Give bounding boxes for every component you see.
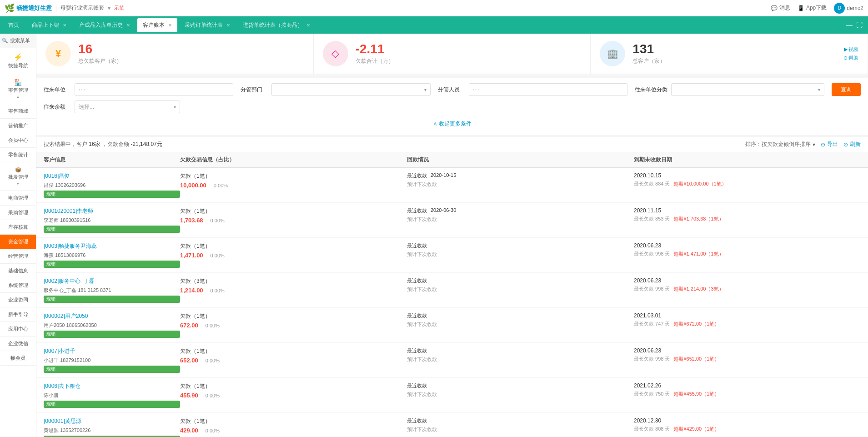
tab-product-history[interactable]: 产成品入库单历史 ✕ — [74, 18, 135, 32]
customer-name-7[interactable]: [000001]黄思源 — [44, 417, 180, 425]
user-menu[interactable]: D demo2 — [834, 3, 863, 14]
filter-person: 分管人员 ··· — [438, 83, 627, 96]
dept-arrow: ▾ — [424, 87, 426, 92]
col-due-date: 到期未收款日期 — [634, 156, 861, 164]
customer-info-3: [0002]服务中心_丁磊 服务中心_丁磊 181 0125 8371 现销 — [44, 277, 180, 303]
balance-select[interactable]: 选择... ▾ — [75, 100, 180, 113]
tab-purchase-stats-close[interactable]: ✕ — [306, 23, 310, 28]
sort-arrow-icon: ▾ — [813, 141, 815, 148]
sidebar-item-new-guide[interactable]: 新手引导 — [0, 307, 36, 322]
logo-icon: 🌿 — [5, 3, 15, 13]
customer-name-5[interactable]: [0007]小进千 — [44, 347, 180, 355]
logo-text: 畅捷通好生意 — [16, 4, 52, 12]
customer-name-0[interactable]: [0016]昌俊 — [44, 172, 180, 180]
sidebar-item-system[interactable]: 系统管理 — [0, 278, 36, 293]
sidebar-item-basic-info[interactable]: 基础信息 — [0, 264, 36, 278]
retail-mgmt-arrow: ▲ — [16, 95, 20, 99]
tab-product-shelf-close[interactable]: ✕ — [63, 23, 66, 28]
tab-customer-account[interactable]: 客户账本 ✕ — [137, 18, 177, 32]
table-row: [0006]去下粮仓 陈小册 现销 欠款（1笔） 455.90 0.00% 最近… — [36, 378, 868, 413]
export-button[interactable]: ⊙ 导出 — [821, 141, 838, 148]
col-recovery: 回款情况 — [407, 156, 634, 164]
sidebar-item-retail-mgmt-label: 零售管理 — [8, 87, 28, 94]
sidebar-item-enterprise-wechat[interactable]: 企业微信 — [0, 337, 36, 351]
customer-name-4[interactable]: [000002]用户2050 — [44, 312, 180, 320]
top-bar-right: 💬 消息 📱 App下载 D demo2 — [771, 3, 863, 14]
dept-select[interactable]: ▾ — [271, 83, 430, 96]
refresh-button[interactable]: ⊙ 刷新 — [843, 141, 861, 148]
recovery-info-3: 最近收款 预计下次收款 — [407, 277, 634, 293]
demo-link[interactable]: 示范 — [114, 5, 124, 11]
sidebar-item-operations[interactable]: 经营管理 — [0, 249, 36, 264]
minimize-button[interactable]: — — [846, 21, 853, 29]
supplier-input[interactable]: ··· — [75, 83, 233, 96]
category-select[interactable]: ▾ — [671, 83, 824, 96]
sidebar-item-retail-mgmt[interactable]: 🏪 零售管理 ▲ — [0, 74, 36, 104]
store-name: 母婴行业演示账套 — [60, 4, 104, 12]
debt-info-0: 欠款（1笔） 10,000.00 0.00% — [180, 172, 407, 189]
debt-info-2: 欠款（1笔） 1,471.00 0.00% — [180, 242, 407, 259]
sidebar-item-quick-nav[interactable]: ⚡ 快捷导航 — [0, 48, 36, 74]
message-button[interactable]: 💬 消息 — [771, 4, 790, 12]
customer-tag-1: 现销 — [44, 226, 180, 233]
tab-purchase-stats[interactable]: 进货单统计表（按商品） ✕ — [237, 18, 316, 32]
table-row: [0016]昌俊 昌俊 13026203696 现销 欠款（1笔） 10,000… — [36, 168, 868, 203]
debt-info-3: 欠款（3笔） 1,214.00 0.00% — [180, 277, 407, 294]
filter-collapse-button[interactable]: ∧ 收起更多条件 — [44, 118, 861, 130]
sort-selector[interactable]: 排序：按欠款金额倒序排序 ▾ — [745, 141, 815, 148]
customer-name-2[interactable]: [0003]畅捷服务尹海蕊 — [44, 242, 180, 250]
tab-product-shelf-label: 商品上下架 — [32, 21, 59, 29]
sidebar-item-inventory[interactable]: 库存核算 — [0, 220, 36, 235]
video-help-button[interactable]: ▶ 视频 — [844, 46, 858, 53]
table-row: [0001020001]李老师 李老师 18600391516 现销 欠款（1笔… — [36, 203, 868, 238]
help-button[interactable]: ⊙ 帮助 — [843, 55, 858, 61]
debt-info-7: 欠款（1笔） 429.00 0.00% — [180, 417, 407, 434]
help-icon: ⊙ — [843, 55, 848, 61]
download-icon: 📱 — [798, 5, 804, 11]
tab-product-history-close[interactable]: ✕ — [126, 23, 130, 28]
tab-product-shelf[interactable]: 商品上下架 ✕ — [26, 18, 72, 32]
sidebar-item-ecommerce[interactable]: 电商管理 — [0, 191, 36, 206]
debt-customers-label: 总欠款客户（家） — [78, 57, 304, 65]
customer-name-3[interactable]: [0002]服务中心_丁磊 — [44, 277, 180, 285]
tab-customer-account-close[interactable]: ✕ — [168, 23, 172, 28]
sidebar-item-vip-member[interactable]: 畅会员 — [0, 351, 36, 366]
customer-phone-7: 黄思源 13552700226 — [44, 427, 180, 434]
sidebar-item-purchase-mgmt[interactable]: 采购管理 — [0, 206, 36, 220]
query-button[interactable]: 查询 — [832, 83, 861, 96]
sidebar-item-enterprise-collab[interactable]: 企业协同 — [0, 293, 36, 307]
customer-name-1[interactable]: [0001020001]李老师 — [44, 207, 180, 215]
overdue-info-2: 2020.06.23 最长欠款 998 天 超期¥1,471.00（1笔） — [634, 242, 861, 257]
store-dropdown-arrow[interactable]: ▾ — [108, 5, 110, 11]
sidebar-item-member-center[interactable]: 会员中心 — [0, 133, 36, 148]
person-input[interactable]: ··· — [469, 83, 627, 96]
debt-total-label: 欠款合计（万） — [356, 57, 582, 65]
stats-bar: ¥ 16 总欠款客户（家） ◇ -2.11 欠款合计（万） 🏢 — [36, 34, 868, 74]
logo-area[interactable]: 🌿 畅捷通好生意 — [5, 3, 52, 13]
debt-info-6: 欠款（1笔） 455.90 0.00% — [180, 382, 407, 399]
sidebar-item-batch-mgmt[interactable]: 📦 批发管理 ▾ — [0, 162, 36, 191]
results-actions: 排序：按欠款金额倒序排序 ▾ ⊙ 导出 ⊙ 刷新 — [745, 141, 861, 148]
sidebar-item-app-center[interactable]: 应用中心 — [0, 322, 36, 337]
customer-tag-5: 现销 — [44, 366, 180, 373]
overdue-info-1: 2020.11.15 最长欠款 853 天 超期¥1,703.68（1笔） — [634, 207, 861, 222]
tab-purchase-order-close[interactable]: ✕ — [226, 23, 230, 28]
sidebar-search[interactable]: 🔍 搜索菜单 — [0, 34, 36, 48]
customer-tag-4: 现销 — [44, 331, 180, 338]
customer-name-6[interactable]: [0006]去下粮仓 — [44, 382, 180, 390]
total-customers-number: 131 — [632, 43, 836, 55]
tab-purchase-order[interactable]: 采购订单统计表 ✕ — [179, 18, 236, 32]
app-download-button[interactable]: 📱 App下载 — [798, 4, 827, 12]
sidebar-item-marketing[interactable]: 营销推广 — [0, 119, 36, 133]
quick-nav-label: 快捷导航 — [8, 62, 28, 69]
sidebar-item-retail-stats[interactable]: 零售统计 — [0, 148, 36, 162]
sidebar-item-capital-mgmt[interactable]: 资金管理 — [0, 235, 36, 249]
tab-home[interactable]: 首页 — [3, 18, 25, 32]
results-header: 搜索结果中，客户 16家 ，欠款金额 -21,148.07元 排序：按欠款金额倒… — [36, 137, 868, 152]
sidebar-item-retail-mall[interactable]: 零售商城 — [0, 104, 36, 119]
filter-dept: 分管部门 ▾ — [241, 83, 430, 96]
maximize-button[interactable]: ⛶ — [856, 21, 863, 29]
overdue-info-5: 2020.06.23 最长欠款 998 天 超期¥652.00（1笔） — [634, 347, 861, 362]
customer-phone-3: 服务中心_丁磊 181 0125 8371 — [44, 287, 180, 294]
recovery-info-5: 最近收款 预计下次收款 — [407, 347, 634, 363]
